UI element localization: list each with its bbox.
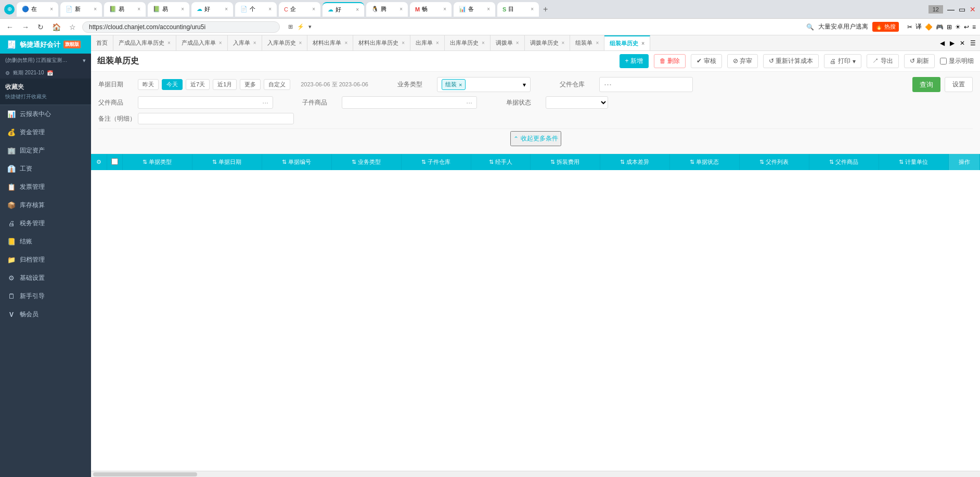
col-handler[interactable]: ⇅ 经手人 xyxy=(471,154,530,170)
tab9-close[interactable]: × xyxy=(399,6,403,12)
biz-type-input[interactable]: 组装 × ▾ xyxy=(437,77,531,92)
col-parent-list[interactable]: ⇅ 父件列表 xyxy=(739,154,809,170)
tab-in-order-close[interactable]: × xyxy=(253,40,256,46)
tab-assemble-history-close[interactable]: × xyxy=(641,41,644,46)
nav-item-inventory[interactable]: 📦 库存核算 xyxy=(0,196,91,214)
date-btn-7days[interactable]: 近7天 xyxy=(186,79,210,90)
tab7-close[interactable]: × xyxy=(312,6,315,12)
tab-material-out-close[interactable]: × xyxy=(344,40,347,46)
window-maximize[interactable]: ▭ xyxy=(959,5,965,14)
browser-tab-3[interactable]: 📗 易 × xyxy=(104,2,146,17)
tab-in-history-close[interactable]: × xyxy=(299,40,302,46)
browser-tab-11[interactable]: 📊 各 × xyxy=(454,2,495,17)
refresh-button[interactable]: ↺ 刷新 xyxy=(904,54,935,68)
parent-goods-input[interactable]: ··· xyxy=(138,96,273,109)
nav-item-tax[interactable]: 🖨 税务管理 xyxy=(0,214,91,233)
reload-button[interactable]: ↻ xyxy=(35,22,46,32)
tab-product-in-close[interactable]: × xyxy=(219,40,222,46)
tab4-close[interactable]: × xyxy=(181,6,184,12)
nav-item-salary[interactable]: 👔 工资 xyxy=(0,160,91,178)
tab-assemble-close[interactable]: × xyxy=(596,40,599,46)
company-selector[interactable]: (勿删勿禁用) 江西服宝测试专用 ▾ xyxy=(0,54,91,67)
col-check[interactable] xyxy=(107,154,122,170)
child-goods-input[interactable]: ··· xyxy=(342,96,477,109)
period-selector[interactable]: ⚙ 账期 2021-10 📅 xyxy=(0,67,91,79)
export-button[interactable]: ↗ 导出 xyxy=(867,54,898,68)
browser-tab-10[interactable]: M 畅 × xyxy=(410,2,452,17)
star-button[interactable]: ☆ xyxy=(67,22,78,32)
col-child-warehouse[interactable]: ⇅ 子件仓库 xyxy=(401,154,471,170)
parent-warehouse-input[interactable]: ··· xyxy=(599,77,693,92)
parent-warehouse-dots[interactable]: ··· xyxy=(604,79,612,90)
browser-tab-6[interactable]: 📄 个 × xyxy=(235,2,277,17)
audit-button[interactable]: ✔ 审核 xyxy=(691,54,721,68)
page-tab-out-order[interactable]: 出库单 × xyxy=(410,35,445,51)
settings-button[interactable]: 设置 xyxy=(945,77,973,92)
biz-type-tag-close[interactable]: × xyxy=(459,82,462,88)
tab6-close[interactable]: × xyxy=(268,6,272,12)
tab-out-order-close[interactable]: × xyxy=(436,40,439,46)
tab-material-out-history-close[interactable]: × xyxy=(402,40,405,46)
browser-tab-12[interactable]: S 目 × xyxy=(497,2,539,17)
page-tab-assemble-history[interactable]: 组装单历史 × xyxy=(604,35,650,51)
tab-out-history-close[interactable]: × xyxy=(482,40,485,46)
page-tab-material-out-history[interactable]: 材料出库单历史 × xyxy=(353,35,410,51)
recalculate-button[interactable]: ↺ 重新计算成本 xyxy=(763,54,819,68)
nav-item-reports[interactable]: 📊 云报表中心 xyxy=(0,105,91,123)
biz-type-dropdown[interactable]: ▾ xyxy=(523,81,526,88)
horizontal-scrollbar[interactable] xyxy=(91,471,980,477)
tab-transfer-history-close[interactable]: × xyxy=(562,40,565,46)
page-tab-transfer-history[interactable]: 调拨单历史 × xyxy=(525,35,571,51)
address-input[interactable] xyxy=(82,21,280,33)
window-close[interactable]: ✕ xyxy=(970,5,976,14)
tab5-close[interactable]: × xyxy=(225,6,228,12)
select-all-checkbox[interactable] xyxy=(111,158,118,165)
browser-tab-8[interactable]: ☁ 好 × xyxy=(323,2,364,17)
nav-item-checkout[interactable]: 📒 结账 xyxy=(0,233,91,251)
tab1-close[interactable]: × xyxy=(50,6,53,12)
tab-transfer-close[interactable]: × xyxy=(516,40,519,46)
nav-item-invoice[interactable]: 📋 发票管理 xyxy=(0,178,91,196)
page-tab-home[interactable]: 首页 xyxy=(91,35,113,51)
page-tab-product-in[interactable]: 产成品入库单 × xyxy=(176,35,228,51)
browser-tab-5[interactable]: ☁ 好 × xyxy=(191,2,233,17)
browser-tab-7[interactable]: C 企 × xyxy=(279,2,320,17)
nav-item-member[interactable]: V 畅会员 xyxy=(0,305,91,324)
browser-tab-9[interactable]: 🐧 腾 × xyxy=(366,2,408,17)
print-button[interactable]: 🖨 打印 ▾ xyxy=(824,54,861,68)
col-bill-status[interactable]: ⇅ 单据状态 xyxy=(669,154,739,170)
nav-item-assets[interactable]: 🏢 固定资产 xyxy=(0,141,91,160)
forward-button[interactable]: → xyxy=(20,22,31,32)
display-toggle[interactable]: 显示明细 xyxy=(940,57,974,66)
nav-item-finance[interactable]: 💰 资金管理 xyxy=(0,123,91,141)
date-btn-yesterday[interactable]: 昨天 xyxy=(138,79,159,90)
abandon-button[interactable]: ⊘ 弃审 xyxy=(727,54,758,68)
tab3-close[interactable]: × xyxy=(137,6,140,12)
tab-scroll-right[interactable]: ▶ xyxy=(948,38,957,48)
page-tab-out-history[interactable]: 出库单历史 × xyxy=(445,35,491,51)
nav-item-archive[interactable]: 📁 归档管理 xyxy=(0,251,91,269)
col-biz-type[interactable]: ⇅ 业务类型 xyxy=(331,154,401,170)
query-button[interactable]: 查询 xyxy=(912,77,940,92)
delete-button[interactable]: 🗑 删除 xyxy=(654,54,686,68)
col-unit[interactable]: ⇅ 计量单位 xyxy=(879,154,948,170)
order-status-select[interactable] xyxy=(546,96,608,109)
tab11-close[interactable]: × xyxy=(487,6,490,12)
page-tab-in-history[interactable]: 入库单历史 × xyxy=(262,35,308,51)
parent-goods-dots[interactable]: ··· xyxy=(262,98,268,107)
col-parent-goods[interactable]: ⇅ 父件商品 xyxy=(809,154,879,170)
notes-input[interactable] xyxy=(138,113,294,124)
tab-scroll-left[interactable]: ◀ xyxy=(938,38,947,48)
new-button[interactable]: + 新增 xyxy=(620,54,649,68)
tab-more[interactable]: ☰ xyxy=(968,38,978,48)
col-bill-no[interactable]: ⇅ 单据编号 xyxy=(262,154,331,170)
tab-close-all[interactable]: ✕ xyxy=(958,38,967,48)
browser-tab-1[interactable]: 🔵 在 × xyxy=(17,2,58,17)
col-bill-type[interactable]: ⇅ 单据类型 xyxy=(122,154,192,170)
dropdown-arrow[interactable]: ▾ xyxy=(308,23,312,30)
tab-product-in-history-close[interactable]: × xyxy=(167,40,171,46)
child-goods-dots[interactable]: ··· xyxy=(466,98,472,107)
browser-tab-4[interactable]: 📗 易 × xyxy=(148,2,189,17)
page-tab-in-order[interactable]: 入库单 × xyxy=(228,35,262,51)
nav-item-settings[interactable]: ⚙ 基础设置 xyxy=(0,269,91,287)
